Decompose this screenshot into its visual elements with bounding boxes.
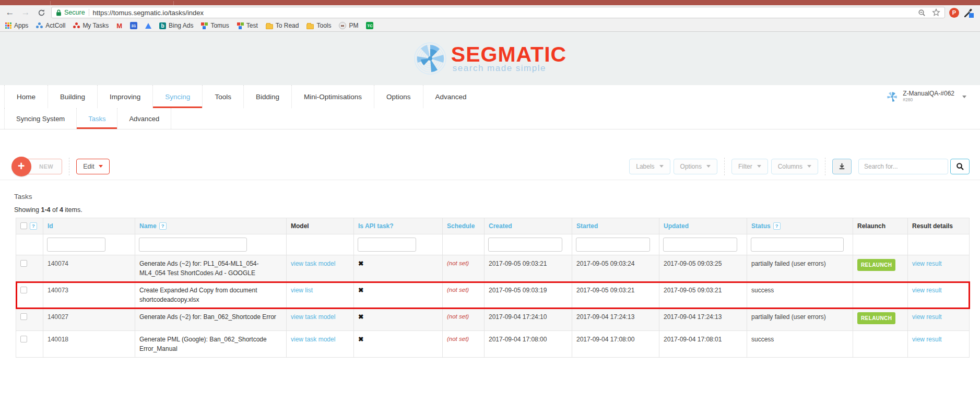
grid-tools: Labels Options Filter Columns <box>626 158 970 175</box>
bookmark-actcoll[interactable]: ActColl <box>36 22 65 29</box>
view-task-model-link[interactable]: view task model <box>291 260 335 267</box>
user-menu[interactable]: Z-ManualQA-#062 #280 <box>886 85 980 108</box>
sort-created-link[interactable]: Created <box>489 222 512 230</box>
search-input[interactable] <box>858 159 948 174</box>
bookmark-pm[interactable]: PM <box>339 22 358 29</box>
select-all-checkbox[interactable] <box>20 222 27 229</box>
bookmark-calendar[interactable]: 31 <box>130 22 137 29</box>
back-button[interactable]: ← <box>4 7 16 18</box>
edit-button-label: Edit <box>83 163 95 170</box>
page-title: Tasks <box>14 193 980 200</box>
bookmark-analytics[interactable] <box>145 23 151 29</box>
bookmark-apps[interactable]: Apps <box>5 22 28 29</box>
bookmark-test[interactable]: Test <box>237 22 258 29</box>
filter-dropdown-button[interactable]: Filter <box>731 159 768 174</box>
help-icon[interactable] <box>30 222 37 230</box>
search-button[interactable] <box>950 159 970 174</box>
help-icon[interactable] <box>773 222 781 230</box>
bookmark-my-tasks[interactable]: My Tasks <box>73 22 109 29</box>
subnav-item-advanced[interactable]: Advanced <box>117 108 171 129</box>
filter-input-name[interactable] <box>139 238 247 252</box>
relaunch-button[interactable]: RELAUNCH <box>857 312 895 324</box>
bookmark-tools[interactable]: Tools <box>306 22 331 29</box>
table-row: 140027 Generate Ads (~2) for: Ban_062_Sh… <box>16 309 970 331</box>
nav-item-building[interactable]: Building <box>48 85 97 108</box>
sort-api-link[interactable]: Is API task? <box>358 222 394 230</box>
secure-indicator[interactable]: Secure <box>56 9 85 16</box>
analytics-icon <box>145 23 151 29</box>
sort-started-link[interactable]: Started <box>576 222 598 230</box>
refresh-button[interactable] <box>36 7 47 18</box>
view-task-model-link[interactable]: view task model <box>291 313 335 321</box>
cell-started: 2017-09-05 09:03:24 <box>572 255 659 282</box>
cell-started: 2017-09-04 17:08:00 <box>572 331 659 358</box>
nav-item-tools[interactable]: Tools <box>202 85 243 108</box>
url-text[interactable]: https://tomus.segmatic.io/tasks/index <box>93 9 914 17</box>
color-picker-extension-icon[interactable] <box>963 7 974 18</box>
labels-button-label: Labels <box>636 163 654 170</box>
sort-schedule-link[interactable]: Schedule <box>447 222 475 230</box>
segmatic-logo[interactable]: SEGMATIC search made simple <box>414 42 566 75</box>
bookmark-to-read[interactable]: To Read <box>266 22 299 29</box>
row-checkbox[interactable] <box>20 336 27 342</box>
view-result-link[interactable]: view result <box>912 287 942 294</box>
sort-status-link[interactable]: Status <box>751 222 771 230</box>
nav-item-home[interactable]: Home <box>4 85 48 108</box>
help-icon[interactable] <box>159 222 167 230</box>
subnav-item-syncing-system[interactable]: Syncing System <box>4 108 76 129</box>
filter-input-status[interactable] <box>751 238 844 252</box>
table-row-highlighted: 140073 Create Expanded Ad Copy from docu… <box>16 282 970 309</box>
bookmark-gmail[interactable]: M <box>116 22 122 29</box>
labels-dropdown-button[interactable]: Labels <box>629 159 670 174</box>
view-result-link[interactable]: view result <box>912 336 942 343</box>
extension-p-icon[interactable]: P <box>949 8 959 18</box>
radar-pinwheel-icon <box>414 42 447 75</box>
download-button[interactable] <box>832 159 852 174</box>
options-dropdown-button[interactable]: Options <box>674 159 717 174</box>
main-nav: Home Building Improving Syncing Tools Bi… <box>0 85 980 108</box>
forward-button[interactable]: → <box>20 7 31 18</box>
filter-cell <box>135 234 287 255</box>
edit-dropdown-button[interactable]: Edit <box>76 159 110 174</box>
bookmark-tomus[interactable]: Tomus <box>201 22 229 29</box>
row-checkbox[interactable] <box>20 260 27 267</box>
sort-id-link[interactable]: Id <box>48 222 53 230</box>
relaunch-button[interactable]: RELAUNCH <box>857 259 895 271</box>
columns-dropdown-button[interactable]: Columns <box>771 159 818 174</box>
filter-input-updated[interactable] <box>663 238 737 252</box>
view-result-link[interactable]: view result <box>912 260 942 267</box>
cell-result: view result <box>908 282 970 309</box>
tomus-icon <box>201 22 208 29</box>
filter-input-id[interactable] <box>47 238 105 252</box>
filter-input-started[interactable] <box>576 238 650 252</box>
filter-input-is-api-task[interactable] <box>358 238 416 252</box>
tab-separator <box>173 1 174 5</box>
view-task-model-link[interactable]: view task model <box>291 336 335 343</box>
filter-input-created[interactable] <box>488 238 562 252</box>
sort-name-link[interactable]: Name <box>139 222 157 230</box>
bookmark-star-icon[interactable] <box>932 8 940 17</box>
nav-item-mini-optimisations[interactable]: Mini-Optimisations <box>291 85 374 108</box>
cell-created: 2017-09-04 17:08:00 <box>485 331 572 358</box>
row-select-cell <box>16 309 43 331</box>
view-list-link[interactable]: view list <box>291 287 313 294</box>
url-bar[interactable]: Secure https://tomus.segmatic.io/tasks/i… <box>51 7 945 18</box>
nav-item-advanced[interactable]: Advanced <box>423 85 479 108</box>
cell-updated: 2017-09-05 09:03:25 <box>659 255 747 282</box>
bing-icon: b <box>159 22 166 29</box>
new-button[interactable]: NEW <box>22 159 62 174</box>
subnav-item-tasks[interactable]: Tasks <box>76 108 117 129</box>
row-checkbox[interactable] <box>20 287 27 293</box>
test-icon <box>237 22 244 29</box>
nav-item-bidding[interactable]: Bidding <box>243 85 291 108</box>
bookmark-bing-ads[interactable]: b Bing Ads <box>159 22 193 29</box>
sort-updated-link[interactable]: Updated <box>664 222 689 230</box>
cell-relaunch <box>853 331 908 358</box>
row-checkbox[interactable] <box>20 313 27 320</box>
nav-item-syncing[interactable]: Syncing <box>152 85 202 108</box>
bookmark-tc[interactable]: TC <box>366 22 373 29</box>
view-result-link[interactable]: view result <box>912 313 942 321</box>
nav-item-options[interactable]: Options <box>374 85 423 108</box>
nav-item-improving[interactable]: Improving <box>97 85 152 108</box>
zoom-out-icon[interactable] <box>918 9 926 17</box>
